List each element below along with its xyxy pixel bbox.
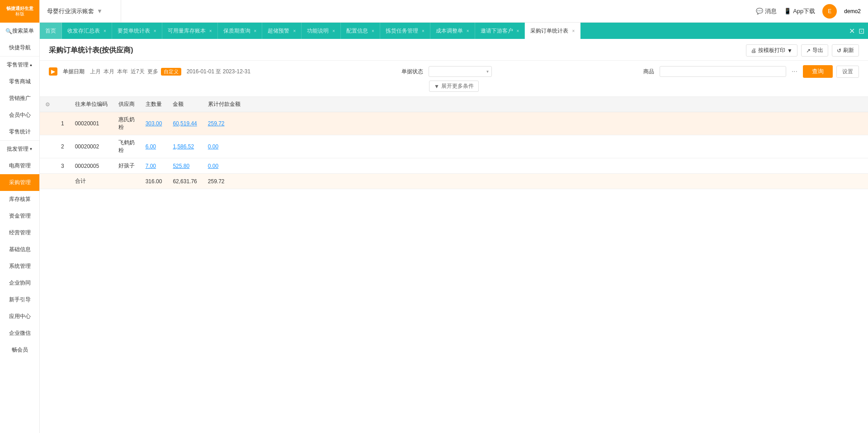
sidebar-item-marketing[interactable]: 营销推广 [0, 90, 39, 107]
message-icon: 💬 [756, 8, 763, 14]
row-paid-amount[interactable]: 0.00 [203, 158, 246, 174]
sidebar-item-basic[interactable]: 基础信息 [0, 241, 39, 258]
shortcut-7-days[interactable]: 近7天 [131, 68, 145, 76]
row-amount[interactable]: 525.80 [167, 158, 202, 174]
close-icon[interactable]: × [372, 29, 374, 33]
sidebar-item-purchase[interactable]: 采购管理 [0, 174, 39, 191]
row-empty [246, 135, 868, 158]
tab-task-mgmt-label: 拣货任务管理 [386, 27, 418, 35]
tab-available-stock[interactable]: 可用量库存账本 × [162, 23, 218, 39]
tab-function-desc[interactable]: 功能说明 × [302, 23, 341, 39]
sidebar-section-batch: 批发管理 ▼ [0, 140, 39, 157]
sidebar-item-batch[interactable]: 批发管理 ▼ [0, 141, 39, 157]
sidebar-item-vip[interactable]: 畅会员 [0, 342, 39, 358]
maximize-icon[interactable]: ⊡ [859, 27, 864, 35]
tab-order-summary[interactable]: 要货单统计表 × [112, 23, 162, 39]
close-icon[interactable]: × [154, 29, 156, 33]
sidebar-item-search[interactable]: 🔍 搜索菜单 [0, 23, 39, 39]
tab-cost-adjust[interactable]: 成本调整单 × [430, 23, 475, 39]
row-paid-amount[interactable]: 0.00 [203, 135, 246, 158]
close-icon[interactable]: × [517, 29, 519, 33]
chevron-down-icon: ▲ [29, 63, 33, 67]
query-button[interactable]: 查询 [803, 65, 833, 78]
shortcut-custom[interactable]: 自定义 [161, 68, 181, 76]
row-paid-amount[interactable]: 259.72 [203, 112, 246, 135]
goods-input[interactable] [660, 66, 786, 77]
sidebar-item-finance[interactable]: 资金管理 [0, 208, 39, 224]
shortcut-this-month[interactable]: 本月 [104, 68, 114, 76]
table-area: ⚙ 往来单位编码 供应商 主数量 金额 累计付款金额 1 00020001 [40, 97, 868, 433]
tab-task-mgmt[interactable]: 拣货任务管理 × [380, 23, 430, 39]
workspace-selector[interactable]: 母婴行业演示账套 ▼ [40, 0, 121, 22]
close-icon[interactable]: × [209, 29, 212, 33]
filter-collapse-icon[interactable]: ▶ [49, 67, 57, 76]
settings-button[interactable]: 设置 [836, 66, 859, 78]
sidebar-item-retail-stats[interactable]: 零售统计 [0, 124, 39, 140]
row-quantity[interactable]: 6.00 [140, 135, 168, 158]
more-options-icon[interactable]: ··· [792, 67, 797, 76]
tab-receive-summary[interactable]: 收发存汇总表 × [62, 23, 112, 39]
sidebar-item-enterprise-coop[interactable]: 企业协同 [0, 275, 39, 291]
message-button[interactable]: 💬 消息 [756, 7, 777, 15]
tab-warranty[interactable]: 保质期查询 × [218, 23, 263, 39]
sidebar-item-quicknav[interactable]: 快捷导航 [0, 39, 39, 56]
close-icon[interactable]: × [254, 29, 257, 33]
app-download-button[interactable]: 📱 App下载 [784, 7, 815, 15]
footer-empty-1 [40, 174, 56, 189]
sidebar-nav: 🔍 搜索菜单 快捷导航 零售管理 ▲ 零售商城 营销推广 会员中心 零售统计 [0, 23, 39, 433]
sidebar-item-system[interactable]: 系统管理 [0, 258, 39, 275]
shortcut-this-year[interactable]: 本年 [117, 68, 128, 76]
sidebar-item-retail[interactable]: 零售管理 ▲ [0, 57, 39, 73]
chevron-down-icon: ▼ [787, 48, 793, 54]
row-partner-code: 00020002 [70, 135, 113, 158]
sidebar-section-retail: 零售管理 ▲ 零售商城 营销推广 会员中心 零售统计 [0, 56, 39, 140]
sidebar-item-new-guide[interactable]: 新手引导 [0, 291, 39, 308]
sidebar-item-retail-mall[interactable]: 零售商城 [0, 73, 39, 90]
row-quantity[interactable]: 303.00 [140, 112, 168, 135]
print-button[interactable]: 🖨 按模板打印 ▼ [746, 44, 797, 57]
export-button[interactable]: ↗ 导出 [801, 44, 828, 57]
close-icon[interactable]: × [422, 29, 425, 33]
status-select[interactable] [429, 66, 492, 77]
row-amount[interactable]: 60,519.44 [167, 112, 202, 135]
sidebar-item-enterprise-wechat[interactable]: 企业微信 [0, 325, 39, 342]
tab-invite[interactable]: 邀请下游客户 × [475, 23, 525, 39]
shortcut-last-month[interactable]: 上月 [90, 68, 101, 76]
tab-available-stock-label: 可用量库存账本 [168, 27, 206, 35]
chevron-down-icon: ▼ [434, 83, 439, 90]
refresh-button[interactable]: ↺ 刷新 [832, 44, 859, 57]
filter-right: 查询 设置 [803, 65, 859, 78]
table-row: 1 00020001 惠氏奶粉 303.00 60,519.44 259.72 [40, 112, 868, 135]
expand-more-button[interactable]: ▼ 展开更多条件 [429, 81, 479, 92]
sidebar-item-app-center[interactable]: 应用中心 [0, 308, 39, 325]
row-amount[interactable]: 1,586.52 [167, 135, 202, 158]
table-footer: 合计 316.00 62,631.76 259.72 [40, 174, 868, 189]
close-icon[interactable]: × [467, 29, 469, 33]
sidebar-item-operation[interactable]: 经营管理 [0, 224, 39, 241]
close-icon[interactable]: × [293, 29, 296, 33]
tab-home[interactable]: 首页 [40, 23, 62, 39]
row-quantity[interactable]: 7.00 [140, 158, 168, 174]
tab-purchase-summary-label: 采购订单统计表 [530, 27, 568, 35]
goods-label: 商品 [643, 68, 654, 76]
date-shortcuts: 上月 本月 本年 近7天 更多 自定义 [90, 68, 181, 76]
sidebar-item-ecommerce[interactable]: 电商管理 [0, 157, 39, 174]
sidebar-item-member[interactable]: 会员中心 [0, 107, 39, 124]
status-select-wrapper [429, 66, 492, 77]
tab-overstock[interactable]: 超储预警 × [262, 23, 302, 39]
tab-purchase-summary[interactable]: 采购订单统计表 × [525, 23, 580, 39]
gear-icon[interactable]: ⚙ [45, 101, 50, 108]
close-all-icon[interactable]: ✕ [849, 27, 855, 35]
col-quantity: 主数量 [140, 97, 168, 112]
sidebar-item-inventory[interactable]: 库存核算 [0, 191, 39, 208]
user-avatar[interactable]: E [822, 4, 837, 19]
close-icon[interactable]: × [104, 29, 106, 33]
tab-config[interactable]: 配置信息 × [341, 23, 380, 39]
status-label: 单据状态 [401, 68, 423, 76]
filter-row-1: ▶ 单据日期 上月 本月 本年 近7天 更多 自定义 2016-01-01 至 … [49, 65, 859, 78]
shortcut-more[interactable]: 更多 [147, 68, 158, 76]
data-table: ⚙ 往来单位编码 供应商 主数量 金额 累计付款金额 1 00020001 [40, 97, 868, 189]
workspace-name: 母婴行业演示账套 [47, 7, 94, 15]
close-icon[interactable]: × [332, 29, 335, 33]
close-icon[interactable]: × [572, 29, 575, 33]
